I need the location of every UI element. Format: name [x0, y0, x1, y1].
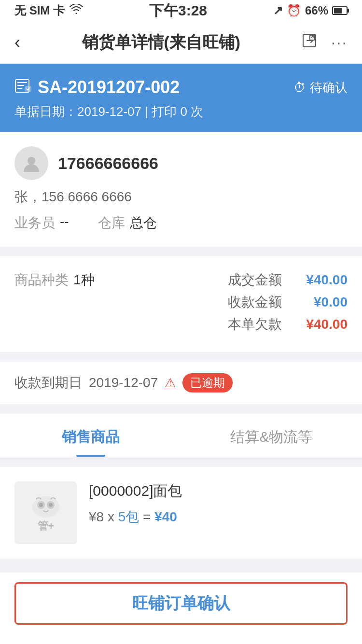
- stats-right: 成交金额 ¥40.00 收款金额 ¥0.00 本单欠款 ¥40.00: [228, 271, 348, 337]
- salesperson-label: 业务员: [14, 214, 55, 232]
- product-type-value: 1种: [73, 271, 95, 289]
- confirm-order-button[interactable]: 旺铺订单确认: [14, 582, 348, 625]
- price-total: ¥40: [154, 509, 177, 524]
- order-id: SA-20191207-002: [14, 77, 180, 98]
- overdue-warning-icon: ⚠: [165, 376, 176, 391]
- transaction-label: 成交金额: [228, 271, 282, 289]
- more-icon[interactable]: ···: [331, 33, 348, 52]
- customer-name: 张，156 6666 6666: [14, 188, 348, 206]
- customer-section: 17666666666 张，156 6666 6666 业务员 -- 仓库 总仓: [0, 132, 362, 247]
- wifi-icon: [70, 4, 83, 17]
- order-icon: [14, 77, 32, 98]
- share-icon[interactable]: [302, 33, 317, 51]
- order-date: 单据日期：2019-12-07 | 打印 0 次: [14, 103, 348, 120]
- price-qty: 5包: [118, 509, 139, 524]
- transaction-value: ¥40.00: [290, 272, 348, 288]
- received-label: 收款金额: [228, 293, 282, 311]
- product-name: [0000002]面包: [89, 481, 348, 501]
- price-equals: =: [139, 509, 154, 524]
- battery-percent: 66%: [305, 4, 328, 17]
- overdue-label: 收款到期日: [14, 374, 82, 392]
- balance-value: ¥40.00: [290, 317, 348, 332]
- product-price: ¥8 x 5包 = ¥40: [89, 508, 348, 526]
- customer-meta: 业务员 -- 仓库 总仓: [14, 214, 348, 232]
- product-type-label: 商品种类: [14, 271, 69, 289]
- stats-section: 商品种类 1种 成交金额 ¥40.00 收款金额 ¥0.00 本单欠款 ¥40.…: [0, 256, 362, 352]
- avatar: [14, 146, 48, 180]
- svg-point-5: [32, 496, 59, 518]
- nav-bar: ‹ 销货单详情(来自旺铺) ···: [0, 21, 362, 64]
- product-type: 商品种类 1种: [14, 271, 95, 289]
- location-icon: ↗: [273, 4, 283, 17]
- status-bar: 无 SIM 卡 下午3:28 ↗ ⏰ 66%: [0, 0, 362, 21]
- brand-plus: 管+: [38, 519, 55, 533]
- price-base: ¥8 x: [89, 509, 118, 524]
- tab-bar: 销售商品 结算&物流等: [0, 414, 362, 457]
- status-time: 下午3:28: [149, 1, 207, 21]
- order-status: ⏱ 待确认: [293, 79, 348, 96]
- carrier-text: 无 SIM 卡: [14, 3, 65, 18]
- received-value: ¥0.00: [290, 294, 348, 310]
- svg-point-4: [28, 157, 35, 165]
- status-clock-icon: ⏱: [293, 80, 306, 95]
- customer-phone: 17666666666: [58, 154, 158, 173]
- svg-point-8: [39, 503, 43, 507]
- battery-icon: [332, 6, 348, 15]
- overdue-badge: 已逾期: [182, 373, 233, 392]
- alarm-icon: ⏰: [287, 4, 301, 17]
- product-section: 管+ [0000002]面包 ¥8 x 5包 = ¥40: [0, 467, 362, 559]
- product-info: [0000002]面包 ¥8 x 5包 = ¥40: [89, 481, 348, 526]
- salesperson-value: --: [60, 214, 69, 232]
- product-thumbnail: 管+: [14, 481, 77, 544]
- tab-sales-product[interactable]: 销售商品: [0, 414, 181, 457]
- page-title: 销货单详情(来自旺铺): [82, 31, 241, 54]
- overdue-section: 收款到期日 2019-12-07 ⚠ 已逾期: [0, 362, 362, 404]
- status-carrier: 无 SIM 卡: [14, 3, 83, 18]
- bottom-action-bar: 旺铺订单确认: [0, 573, 362, 644]
- tab-settlement[interactable]: 结算&物流等: [181, 414, 362, 457]
- warehouse-label: 仓库: [98, 214, 125, 232]
- balance-label: 本单欠款: [228, 315, 282, 334]
- warehouse-value: 总仓: [130, 214, 157, 232]
- overdue-date: 2019-12-07: [89, 375, 158, 391]
- nav-actions: ···: [302, 33, 348, 52]
- order-header: SA-20191207-002 ⏱ 待确认 单据日期：2019-12-07 | …: [0, 64, 362, 132]
- svg-point-9: [49, 503, 53, 507]
- back-button[interactable]: ‹: [14, 32, 20, 53]
- status-icons: ↗ ⏰ 66%: [273, 4, 348, 17]
